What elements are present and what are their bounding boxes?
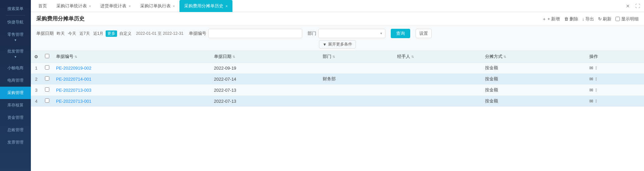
row-dept-cell: 财务部 xyxy=(319,74,393,85)
sidebar-item-finance[interactable]: 资金管理 xyxy=(0,111,31,124)
sidebar-item-purchase[interactable]: 采购管理 xyxy=(0,87,31,99)
th-action: 操作 xyxy=(586,51,644,63)
add-icon: ＋ xyxy=(542,16,546,22)
row-doc-date-cell: 2022-07-13 xyxy=(211,96,319,107)
dept-select-wrapper xyxy=(318,29,385,38)
tabs-right-controls: ✕ ⛶ xyxy=(625,3,641,9)
row-more-icon[interactable]: ⁝ xyxy=(595,87,597,93)
table-row: 4 PE-20220713-001 2022-07-13 按金额 ✉ ⁝ xyxy=(31,96,644,107)
sort-split-method-icon: ⇅ xyxy=(503,55,506,59)
delete-button[interactable]: 🗑 删除 xyxy=(564,16,578,22)
row-more-icon[interactable]: ⁝ xyxy=(595,65,597,71)
close-all-tabs-icon[interactable]: ✕ xyxy=(625,3,631,9)
th-doc-num[interactable]: 单据编号 ⇅ xyxy=(53,51,211,63)
row-settings-cell: 2 xyxy=(31,74,42,85)
sort-doc-date-icon: ⇅ xyxy=(232,55,235,59)
row-checkbox[interactable] xyxy=(45,87,49,92)
date-range-display: 2022-01-01 至 2022-12-31 xyxy=(136,31,183,36)
show-details-checkbox-label[interactable]: 显示明细 xyxy=(615,16,639,22)
row-edit-icon[interactable]: ✉ xyxy=(589,65,593,71)
sidebar: 搜索菜单 快捷导航 零售管理 ▼ 批发管理 ▼ 小畅电商 电商管理 采购管理 库… xyxy=(0,0,31,171)
row-doc-date-cell: 2022-09-19 xyxy=(211,63,319,74)
add-button[interactable]: ＋ + 新增 xyxy=(542,16,560,22)
shortcut-yesterday[interactable]: 昨天 xyxy=(56,30,66,37)
export-icon: ↓ xyxy=(582,16,585,21)
row-doc-num-cell: PE-20220714-001 xyxy=(53,74,211,85)
row-checkbox-cell xyxy=(42,85,53,96)
tab-inbound-stats[interactable]: 进货单统计表 × xyxy=(96,0,135,12)
row-more-icon[interactable]: ⁝ xyxy=(595,76,597,82)
row-edit-icon[interactable]: ✉ xyxy=(589,76,593,82)
row-num: 2 xyxy=(35,77,37,82)
table-row: 2 PE-20220714-001 2022-07-14 财务部 按金额 ✉ ⁝ xyxy=(31,74,644,85)
row-handler-cell xyxy=(394,74,482,85)
sidebar-item-invoice[interactable]: 发票管理 xyxy=(0,136,31,149)
th-handler[interactable]: 经手人 ⇅ xyxy=(394,51,482,63)
row-doc-num-link[interactable]: PE-20220714-001 xyxy=(56,77,92,82)
tab-close-purchase-order-stats[interactable]: × xyxy=(89,4,91,8)
sidebar-item-wholesale[interactable]: 批发管理 ▼ xyxy=(0,45,31,62)
sidebar-divider-1 xyxy=(6,15,24,15)
row-dept-cell xyxy=(319,63,393,74)
filter-setting-button[interactable]: 设置 xyxy=(416,29,432,38)
row-num: 3 xyxy=(35,88,37,93)
th-split-method[interactable]: 分摊方式 ⇅ xyxy=(482,51,586,63)
row-checkbox[interactable] xyxy=(45,98,49,103)
show-details-checkbox[interactable] xyxy=(615,17,620,21)
tab-purchase-order-exec[interactable]: 采购订单执行表 × xyxy=(136,0,179,12)
page-container: 采购费用分摊单历史 ＋ + 新增 🗑 删除 ↓ 导出 ↻ 刷新 xyxy=(31,12,644,171)
row-checkbox[interactable] xyxy=(45,65,49,70)
wholesale-arrow-icon: ▼ xyxy=(14,55,17,59)
tabs-bar: 首页 采购订单统计表 × 进货单统计表 × 采购订单执行表 × 采购费用分摊单历… xyxy=(31,0,644,12)
shortcut-more[interactable]: 更多 xyxy=(106,30,117,37)
th-checkbox xyxy=(42,51,53,63)
refresh-button[interactable]: ↻ 刷新 xyxy=(598,16,611,22)
date-filter-label: 单据日期 xyxy=(36,30,54,36)
row-action-cell: ✉ ⁝ xyxy=(586,74,644,85)
main-content: 首页 采购订单统计表 × 进货单统计表 × 采购订单执行表 × 采购费用分摊单历… xyxy=(31,0,644,171)
row-doc-num-link[interactable]: PE-20220919-002 xyxy=(56,66,92,71)
shortcut-7days[interactable]: 近7天 xyxy=(78,30,91,37)
tab-close-purchase-cost-history[interactable]: × xyxy=(225,4,227,8)
row-checkbox[interactable] xyxy=(45,76,49,81)
shortcut-1month[interactable]: 近1月 xyxy=(92,30,105,37)
expand-conditions-button[interactable]: ▼ 展开更多条件 xyxy=(319,40,356,49)
sidebar-item-ecom[interactable]: 电商管理 xyxy=(0,74,31,87)
maximize-icon[interactable]: ⛶ xyxy=(634,3,641,9)
row-doc-num-link[interactable]: PE-20220713-003 xyxy=(56,88,92,93)
tab-purchase-order-stats[interactable]: 采购订单统计表 × xyxy=(52,0,96,12)
tab-home[interactable]: 首页 xyxy=(34,0,52,12)
filter-area: 单据日期 昨天 今天 近7天 近1月 更多 自定义 2022-01-01 至 2… xyxy=(31,25,644,51)
row-more-icon[interactable]: ⁝ xyxy=(595,98,597,104)
export-button[interactable]: ↓ 导出 xyxy=(582,16,594,22)
dept-filter-group: 部门 xyxy=(308,29,385,38)
sidebar-item-quicknav[interactable]: 快捷导航 xyxy=(0,16,31,28)
row-edit-icon[interactable]: ✉ xyxy=(589,87,593,93)
row-doc-num-cell: PE-20220919-002 xyxy=(53,63,211,74)
query-button[interactable]: 查询 xyxy=(391,29,410,38)
data-table: ⚙ 单据编号 ⇅ 单据日期 xyxy=(31,51,644,107)
th-doc-date[interactable]: 单据日期 ⇅ xyxy=(211,51,319,63)
sidebar-item-search[interactable]: 搜索菜单 xyxy=(0,3,31,14)
sidebar-item-mini[interactable]: 小畅电商 xyxy=(0,62,31,74)
doc-num-input[interactable] xyxy=(208,29,302,38)
shortcut-today[interactable]: 今天 xyxy=(67,30,77,37)
row-edit-icon[interactable]: ✉ xyxy=(589,98,593,104)
th-settings[interactable]: ⚙ xyxy=(31,51,42,63)
row-doc-num-link[interactable]: PE-20220713-001 xyxy=(56,99,92,104)
chevron-down-icon: ▼ xyxy=(323,42,327,47)
row-doc-num-cell: PE-20220713-001 xyxy=(53,96,211,107)
th-dept[interactable]: 部门 ⇅ xyxy=(319,51,393,63)
sidebar-item-inventory[interactable]: 库存核算 xyxy=(0,99,31,111)
sidebar-item-retail[interactable]: 零售管理 ▼ xyxy=(0,28,31,45)
tab-purchase-cost-history[interactable]: 采购费用分摊单历史 × xyxy=(179,0,232,12)
dept-select[interactable] xyxy=(318,29,385,38)
refresh-icon: ↻ xyxy=(598,16,602,21)
select-all-checkbox[interactable] xyxy=(45,54,49,58)
tab-close-inbound-stats[interactable]: × xyxy=(128,4,130,8)
shortcut-custom[interactable]: 自定义 xyxy=(118,30,132,37)
row-num: 1 xyxy=(35,66,37,71)
row-dept-cell xyxy=(319,96,393,107)
sidebar-item-ledger[interactable]: 总账管理 xyxy=(0,124,31,136)
tab-close-purchase-order-exec[interactable]: × xyxy=(173,4,175,8)
